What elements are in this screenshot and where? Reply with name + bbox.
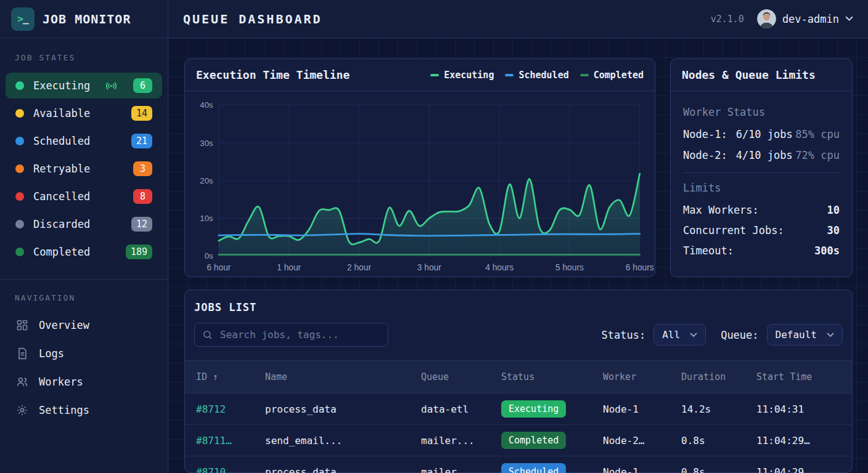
legend-swatch [505, 74, 514, 76]
job-id-link[interactable]: #8712 [196, 403, 265, 415]
column-header-name[interactable]: Name [265, 371, 421, 382]
table-row[interactable]: #8710process_datamailer…ScheduledNode-1…… [185, 456, 852, 473]
legend-swatch [430, 74, 439, 76]
worker-status-label: Worker Status [683, 106, 840, 118]
legend-item-executing: Executing [430, 70, 494, 81]
state-label: Executing [33, 79, 90, 92]
sidebar-item-settings[interactable]: Settings [0, 396, 168, 424]
limit-value: 30 [827, 224, 840, 236]
status-filter-value: All [662, 329, 680, 341]
svg-text:40s: 40s [200, 100, 213, 110]
svg-text:1 hour: 1 hour [277, 262, 301, 272]
terminal-prompt-glyph: > [17, 13, 23, 25]
topbar: QUEUE DASHBOARD v2.1.0 dev-admin [168, 0, 868, 38]
legend-label: Executing [444, 70, 494, 81]
svg-text:6 hours: 6 hours [626, 262, 654, 272]
state-dot [15, 137, 24, 145]
job-states-section-label: JOB STATES [0, 53, 168, 62]
app-window: >_ JOB MONITOR QUEUE DASHBOARD v2.1.0 de… [0, 0, 868, 473]
svg-text:5 hours: 5 hours [555, 262, 584, 272]
user-menu[interactable]: dev-admin [757, 9, 853, 28]
column-header-start-time[interactable]: Start Time [756, 371, 852, 382]
job-queue: mailer... [421, 435, 501, 447]
job-id-link[interactable]: #8710 [196, 466, 265, 473]
limit-row: Timeout:300s [683, 245, 840, 257]
sidebar-item-available[interactable]: Available14 [6, 100, 162, 126]
sidebar-item-executing[interactable]: Executing6 [6, 73, 162, 99]
legend-label: Scheduled [518, 70, 568, 81]
sidebar-item-scheduled[interactable]: Scheduled21 [6, 128, 162, 154]
table-row[interactable]: #8712process_datadata-etlExecutingNode-1… [185, 394, 852, 425]
job-queue: data-etl [421, 403, 501, 415]
sidebar-item-logs[interactable]: Logs [0, 339, 168, 368]
sidebar-item-cancelled[interactable]: Cancelled8 [6, 184, 162, 209]
jobs-table-body: #8712process_datadata-etlExecutingNode-1… [185, 394, 852, 473]
queue-filter-select[interactable]: Default [767, 324, 843, 346]
jobs-table-header: ID ↑NameQueueStatusWorkerDurationStart T… [185, 360, 852, 394]
state-dot [15, 81, 24, 90]
grid-icon [16, 319, 28, 331]
job-worker: Node-1 [603, 403, 681, 415]
job-duration: 0.8s [681, 466, 756, 473]
terminal-icon: >_ [11, 7, 35, 31]
nav-item-label: Logs [39, 347, 64, 360]
jobs-list-card: JOBS LIST Status: All [184, 289, 853, 473]
worker-cpu: 85% cpu [795, 128, 840, 140]
state-label: Retryable [33, 163, 90, 175]
navigation-section-label: NAVIGATION [0, 293, 168, 302]
job-duration: 14.2s [681, 403, 756, 415]
chart-legend: ExecutingScheduledCompleted [430, 70, 644, 81]
column-header-worker[interactable]: Worker [603, 371, 681, 382]
column-header-duration[interactable]: Duration [681, 371, 756, 382]
legend-item-scheduled: Scheduled [505, 70, 568, 81]
job-id-link[interactable]: #8711… [196, 435, 265, 447]
limit-label: Timeout: [683, 245, 734, 257]
job-name: process_data [265, 466, 421, 473]
live-signal-icon [105, 81, 118, 91]
sidebar-item-overview[interactable]: Overview [0, 311, 168, 339]
chevron-down-icon [690, 333, 697, 338]
svg-text:6 hour: 6 hour [207, 262, 231, 272]
job-queue: mailer… [421, 466, 501, 473]
limit-value: 10 [827, 204, 840, 216]
search-input[interactable] [219, 328, 380, 341]
job-start-time: 11:04:29… [756, 435, 852, 447]
job-start-time: 11:04:31 [756, 403, 852, 415]
limit-label: Concurrent Jobs: [683, 224, 784, 236]
job-status-cell: Executing [501, 400, 603, 418]
legend-swatch [580, 74, 589, 76]
column-header-queue[interactable]: Queue [421, 371, 501, 382]
chevron-down-icon [827, 333, 834, 338]
table-row[interactable]: #8711…send_email...mailer...CompletedNod… [185, 425, 852, 456]
page-title: QUEUE DASHBOARD [183, 12, 322, 26]
nav-item-label: Overview [39, 319, 89, 331]
version-label: v2.1.0 [711, 14, 744, 25]
state-count-badge: 14 [131, 106, 152, 121]
column-header-id[interactable]: ID ↑ [196, 371, 265, 382]
state-count-badge: 21 [131, 134, 152, 148]
status-filter-select[interactable]: All [653, 324, 706, 346]
limit-value: 300s [814, 245, 840, 257]
sidebar-item-completed[interactable]: Completed189 [6, 239, 162, 265]
sidebar-item-workers[interactable]: Workers [0, 368, 168, 396]
nodes-limits-card: Nodes & Queue Limits Worker Status Node-… [670, 59, 853, 277]
timeline-chart: 0s10s20s30s40s6 hour1 hour2 hour3 hour4 … [190, 96, 649, 275]
sidebar-item-discarded[interactable]: Discarded12 [6, 211, 162, 237]
job-duration: 0.8s [681, 435, 756, 447]
state-count-badge: 3 [133, 161, 152, 176]
worker-status-row: Node-1:6/10 jobs85% cpu [683, 128, 840, 140]
worker-jobs: 4/10 jobs [736, 149, 793, 161]
sidebar-item-retryable[interactable]: Retryable3 [6, 156, 162, 182]
svg-text:3 hour: 3 hour [417, 262, 441, 272]
status-badge: Completed [501, 432, 566, 449]
worker-jobs: 6/10 jobs [736, 128, 793, 140]
worker-status-row: Node-2:4/10 jobs72% cpu [683, 149, 840, 161]
state-dot [15, 220, 24, 228]
state-label: Scheduled [33, 135, 90, 147]
column-header-status[interactable]: Status [501, 371, 603, 382]
legend-label: Completed [594, 70, 644, 81]
worker-status-list: Node-1:6/10 jobs85% cpuNode-2:4/10 jobs7… [683, 128, 840, 161]
sidebar: JOB STATES Executing6Available14Schedule… [0, 38, 168, 473]
app-title: JOB MONITOR [43, 12, 131, 26]
job-name: send_email... [265, 435, 421, 447]
